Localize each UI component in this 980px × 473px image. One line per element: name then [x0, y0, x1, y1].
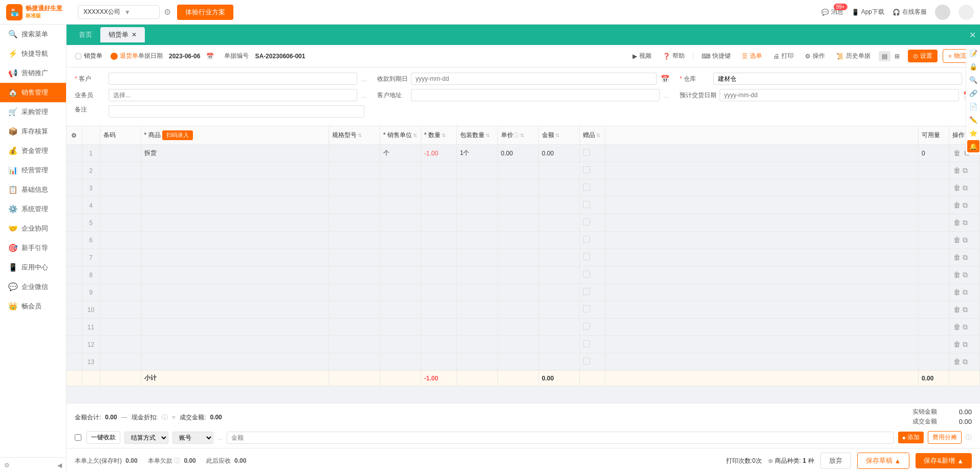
copy-btn[interactable]: ⧉ — [962, 183, 969, 193]
copy-btn[interactable]: ⧉ — [962, 165, 969, 176]
sidebar-item-finance[interactable]: 💰 资金管理 — [0, 141, 66, 161]
delete-btn[interactable]: 🗑 — [952, 304, 962, 314]
delete-btn[interactable]: 🗑 — [952, 200, 962, 210]
user-avatar[interactable] — [935, 5, 950, 20]
row-remark-1[interactable] — [605, 145, 918, 162]
radio-return-order[interactable]: 退货单 — [111, 52, 138, 60]
scan-button[interactable]: 扫码录入 — [162, 130, 193, 140]
col-unit-header[interactable]: * 销售单位⇅ — [380, 126, 421, 145]
right-panel-star[interactable]: ⭐ — [967, 127, 979, 139]
view-grid-btn[interactable]: ⊞ — [891, 51, 903, 61]
salesperson-input[interactable] — [108, 89, 357, 101]
service-button[interactable]: 🎧 在线客服 — [892, 8, 927, 16]
sidebar-item-vip[interactable]: 👑 畅会员 — [0, 297, 66, 316]
toolbar-help[interactable]: ❓ 帮助 — [660, 50, 688, 62]
toolbar-print[interactable]: 🖨 打印 — [770, 50, 797, 62]
settings-side-button[interactable]: ⊙ 设置 — [908, 50, 938, 62]
delete-btn[interactable]: 🗑 — [952, 339, 962, 349]
tab-sales-order[interactable]: 销货单 ✕ — [100, 27, 145, 42]
toolbar-shortcut[interactable]: ⌨ 快捷键 — [699, 50, 734, 62]
col-price-header[interactable]: 单价ⓘ⇅ — [497, 126, 538, 145]
delete-btn[interactable]: 🗑 — [952, 287, 962, 297]
tab-home[interactable]: 首页 — [71, 27, 100, 42]
sidebar-item-operations[interactable]: 📊 经营管理 — [0, 161, 66, 180]
add-expense-btn[interactable]: ● 添加 — [898, 432, 924, 443]
customer-input[interactable] — [108, 73, 357, 85]
view-list-btn[interactable]: ▤ — [879, 51, 890, 61]
customer-addr-dots[interactable]: ... — [664, 92, 669, 99]
amount-input[interactable] — [227, 432, 894, 444]
delete-btn[interactable]: 🗑 — [952, 322, 962, 332]
warehouse-input[interactable] — [713, 73, 962, 85]
save-draft-button[interactable]: 保存草稿 ▲ — [857, 453, 910, 469]
toolbar-video[interactable]: ▶ 视频 — [629, 50, 655, 62]
row-amount-1[interactable]: 0.00 — [538, 145, 579, 162]
delete-btn[interactable]: 🗑 — [952, 217, 962, 228]
copy-btn[interactable]: ⧉ — [962, 356, 969, 367]
right-panel-doc[interactable]: 📄 — [967, 100, 979, 112]
copy-btn[interactable]: ⧉ — [962, 217, 969, 228]
copy-btn[interactable]: ⧉ — [962, 235, 969, 245]
right-panel-search[interactable]: 🔍 — [967, 74, 979, 86]
save-new-button[interactable]: 保存&新增 ▲ — [916, 453, 972, 468]
payment-date-input[interactable] — [411, 73, 657, 85]
sidebar-item-inventory[interactable]: 📦 库存核算 — [0, 122, 66, 141]
right-panel-edit[interactable]: ✏️ — [967, 114, 979, 126]
sidebar-item-apps[interactable]: 📱 应用中心 — [0, 258, 66, 277]
payment-date-calendar-icon[interactable]: 📅 — [661, 75, 669, 83]
delete-btn[interactable]: 🗑 — [952, 183, 962, 193]
app-download-button[interactable]: 📱 App下载 — [852, 8, 884, 16]
toolbar-select[interactable]: ☰ 选单 — [739, 50, 765, 62]
col-gift-header[interactable]: 赠品⇅ — [579, 126, 605, 145]
col-spec-header[interactable]: 规格型号⇅ — [329, 126, 380, 145]
copy-btn[interactable]: ⧉ — [962, 322, 969, 332]
sidebar-item-sales[interactable]: 🏠 销售管理 — [0, 83, 66, 102]
customer-addr-input[interactable] — [411, 89, 660, 101]
sidebar-item-wechat[interactable]: 💬 企业微信 — [0, 277, 66, 297]
product-types-checkbox[interactable]: ⊙ — [768, 457, 773, 464]
settings-icon[interactable]: ⚙ — [164, 7, 171, 17]
copy-btn[interactable]: ⧉ — [962, 287, 969, 298]
copy-btn[interactable]: ⧉ — [962, 339, 969, 350]
sidebar-item-search[interactable]: 🔍 搜索菜单 — [0, 25, 66, 44]
company-selector[interactable]: XXXXXX公司 ▼ — [78, 5, 160, 19]
col-qty-header[interactable]: * 数量⇅ — [421, 126, 456, 145]
row-qty-1[interactable]: -1.00 — [421, 145, 456, 162]
sidebar-item-marketing[interactable]: 📢 营销推广 — [0, 63, 66, 83]
calendar-icon[interactable]: 📅 — [206, 53, 214, 60]
row-barcode-1[interactable] — [100, 145, 141, 162]
radio-sales-order[interactable]: 销货单 — [75, 52, 102, 60]
delete-btn[interactable]: 🗑 — [952, 235, 962, 245]
copy-btn[interactable]: ⧉ — [962, 304, 969, 315]
split-btn[interactable]: 费用分摊 — [928, 431, 962, 444]
delete-row-btn-1[interactable]: 🗑 — [952, 148, 962, 158]
toolbar-history[interactable]: 📜 历史单据 — [833, 50, 874, 62]
customer-dots[interactable]: ... — [361, 75, 367, 83]
right-panel-note[interactable]: 📝 — [967, 47, 979, 59]
copy-btn[interactable]: ⧉ — [962, 200, 969, 211]
delete-btn[interactable]: 🗑 — [952, 356, 962, 367]
sidebar-settings-icon[interactable]: ⚙ — [4, 462, 10, 469]
row-gift-1[interactable] — [579, 145, 605, 162]
delete-btn[interactable]: 🗑 — [952, 252, 962, 262]
sidebar-item-system[interactable]: ⚙️ 系统管理 — [0, 199, 66, 219]
copy-btn[interactable]: ⧉ — [962, 269, 969, 280]
right-panel-notification[interactable]: 🔔 — [967, 140, 979, 152]
experience-button[interactable]: 体验行业方案 — [177, 5, 233, 20]
sidebar-item-guide[interactable]: 🎯 新手引导 — [0, 238, 66, 258]
account-dots[interactable]: ... — [217, 434, 223, 441]
account-select[interactable]: 账号 — [172, 432, 213, 444]
note-input[interactable] — [108, 105, 364, 118]
expected-date-input[interactable] — [720, 89, 959, 101]
row-spec-1[interactable] — [329, 145, 380, 162]
salesperson-dots[interactable]: ... — [361, 92, 367, 99]
one-click-payment-btn[interactable]: 一键收款 — [86, 431, 120, 444]
col-amount-header[interactable]: 金额⇅ — [538, 126, 579, 145]
sidebar-item-quick-nav[interactable]: ⚡ 快捷导航 — [0, 44, 66, 63]
col-pkg-header[interactable]: 包装数量⇅ — [456, 126, 497, 145]
sidebar-item-basic[interactable]: 📋 基础信息 — [0, 180, 66, 199]
discard-button[interactable]: 放弃 — [820, 453, 851, 469]
col-settings-header[interactable]: ⚙ — [67, 126, 82, 145]
user-avatar2[interactable] — [959, 5, 974, 20]
sidebar-collapse-icon[interactable]: ◀ — [57, 462, 62, 469]
